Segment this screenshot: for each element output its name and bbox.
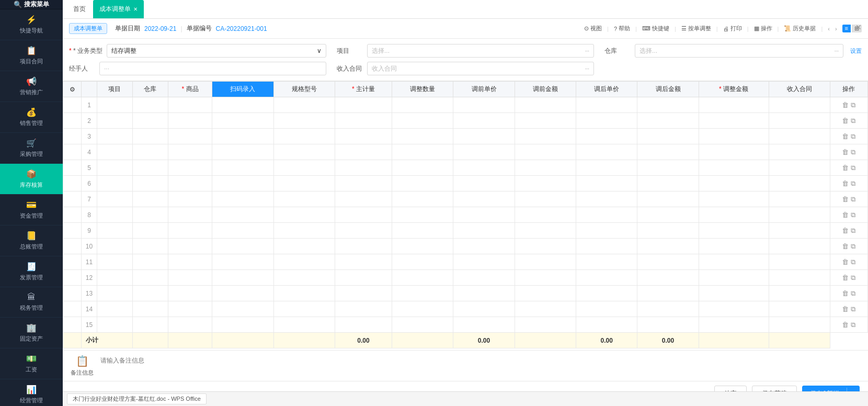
print-action[interactable]: 🖨 打印: [723, 25, 742, 32]
row-income-contract-2[interactable]: [769, 113, 830, 129]
row-prev-amount-4[interactable]: [515, 144, 576, 160]
row-scan-5[interactable]: [212, 160, 273, 176]
project-select[interactable]: 选择... ···: [367, 44, 594, 58]
row-scan-2[interactable]: [212, 113, 273, 129]
row-project-10[interactable]: [97, 239, 133, 254]
row-adj-amount-8[interactable]: [699, 207, 769, 223]
row-scan-14[interactable]: [212, 301, 273, 317]
row-after-unit-price-2[interactable]: [576, 113, 637, 129]
delete-icon-12[interactable]: 🗑: [842, 274, 849, 281]
row-prev-unit-price-15[interactable]: [453, 317, 515, 333]
row-project-15[interactable]: [97, 317, 133, 333]
help-action[interactable]: ? 帮助: [614, 25, 630, 32]
row-product-6[interactable]: [168, 176, 212, 191]
row-warehouse-2[interactable]: [132, 113, 168, 129]
row-after-amount-4[interactable]: [637, 144, 699, 160]
row-prev-unit-price-11[interactable]: [453, 254, 515, 270]
row-project-2[interactable]: [97, 113, 133, 129]
row-income-contract-4[interactable]: [769, 144, 830, 160]
sidebar-item-fixed-assets[interactable]: 🏢固定资产: [0, 318, 63, 348]
delete-icon-13[interactable]: 🗑: [842, 289, 849, 297]
th-scan-input[interactable]: 扫码录入: [212, 82, 273, 97]
row-adj-qty-2[interactable]: [392, 113, 453, 129]
row-unit-14[interactable]: [335, 301, 392, 317]
row-scan-1[interactable]: [212, 97, 273, 113]
row-after-unit-price-15[interactable]: [576, 317, 637, 333]
row-unit-15[interactable]: [335, 317, 392, 333]
copy-icon-12[interactable]: ⧉: [851, 274, 855, 282]
row-prev-unit-price-9[interactable]: [453, 223, 515, 239]
delete-icon-5[interactable]: 🗑: [842, 164, 849, 172]
row-after-amount-9[interactable]: [637, 223, 699, 239]
copy-icon-10[interactable]: ⧉: [851, 242, 855, 251]
row-adj-qty-1[interactable]: [392, 97, 453, 113]
row-prev-amount-8[interactable]: [515, 207, 576, 223]
copy-icon-5[interactable]: ⧉: [851, 164, 855, 172]
row-unit-5[interactable]: [335, 160, 392, 176]
row-adj-amount-2[interactable]: [699, 113, 769, 129]
row-product-12[interactable]: [168, 270, 212, 286]
delete-icon-14[interactable]: 🗑: [842, 305, 849, 313]
row-income-contract-5[interactable]: [769, 160, 830, 176]
sidebar-item-inventory-calc[interactable]: 📦库存核算: [0, 164, 63, 195]
row-adj-amount-6[interactable]: [699, 176, 769, 191]
row-after-unit-price-11[interactable]: [576, 254, 637, 270]
row-prev-unit-price-14[interactable]: [453, 301, 515, 317]
row-after-amount-3[interactable]: [637, 129, 699, 144]
row-prev-amount-3[interactable]: [515, 129, 576, 144]
row-spec-7[interactable]: [273, 191, 335, 207]
delete-icon-10[interactable]: 🗑: [842, 242, 849, 250]
row-spec-10[interactable]: [273, 239, 335, 254]
row-after-unit-price-1[interactable]: [576, 97, 637, 113]
row-adj-amount-3[interactable]: [699, 129, 769, 144]
row-prev-amount-11[interactable]: [515, 254, 576, 270]
copy-icon-8[interactable]: ⧉: [851, 211, 855, 219]
row-adj-amount-14[interactable]: [699, 301, 769, 317]
notes-input[interactable]: [100, 355, 862, 366]
row-adj-amount-10[interactable]: [699, 239, 769, 254]
copy-icon-4[interactable]: ⧉: [851, 148, 855, 156]
row-after-amount-13[interactable]: [637, 286, 699, 301]
row-scan-10[interactable]: [212, 239, 273, 254]
sidebar-item-project-contract[interactable]: 📋项目合同: [0, 40, 63, 71]
row-project-11[interactable]: [97, 254, 133, 270]
view-action[interactable]: ⊙ 视图: [584, 25, 602, 32]
row-warehouse-11[interactable]: [132, 254, 168, 270]
row-product-8[interactable]: [168, 207, 212, 223]
row-after-amount-2[interactable]: [637, 113, 699, 129]
row-after-amount-12[interactable]: [637, 270, 699, 286]
row-after-unit-price-10[interactable]: [576, 239, 637, 254]
row-after-unit-price-14[interactable]: [576, 301, 637, 317]
row-prev-amount-12[interactable]: [515, 270, 576, 286]
row-adj-qty-4[interactable]: [392, 144, 453, 160]
prev-record[interactable]: ‹: [828, 26, 830, 32]
row-prev-unit-price-12[interactable]: [453, 270, 515, 286]
delete-icon-7[interactable]: 🗑: [842, 195, 849, 203]
row-after-amount-1[interactable]: [637, 97, 699, 113]
row-after-unit-price-5[interactable]: [576, 160, 637, 176]
th-settings[interactable]: ⚙: [63, 82, 82, 97]
shortcut-action[interactable]: ⌨ 快捷键: [642, 25, 669, 32]
sidebar-item-payroll[interactable]: 💵工资: [0, 348, 63, 379]
row-unit-11[interactable]: [335, 254, 392, 270]
row-scan-12[interactable]: [212, 270, 273, 286]
copy-icon-14[interactable]: ⧉: [851, 305, 855, 313]
row-product-10[interactable]: [168, 239, 212, 254]
row-scan-9[interactable]: [212, 223, 273, 239]
sidebar-item-sales-promotion[interactable]: 📢营销推广: [0, 71, 63, 102]
row-adj-amount-11[interactable]: [699, 254, 769, 270]
row-scan-6[interactable]: [212, 176, 273, 191]
copy-icon-2[interactable]: ⧉: [851, 117, 855, 125]
row-product-1[interactable]: [168, 97, 212, 113]
row-adj-qty-11[interactable]: [392, 254, 453, 270]
row-after-amount-11[interactable]: [637, 254, 699, 270]
operation-action[interactable]: ▦ 操作: [754, 25, 772, 32]
row-adj-amount-13[interactable]: [699, 286, 769, 301]
row-warehouse-10[interactable]: [132, 239, 168, 254]
row-unit-6[interactable]: [335, 176, 392, 191]
delete-icon-8[interactable]: 🗑: [842, 211, 849, 219]
row-prev-unit-price-4[interactable]: [453, 144, 515, 160]
sidebar-item-invoice-management[interactable]: 🧾发票管理: [0, 256, 63, 287]
delete-icon-2[interactable]: 🗑: [842, 117, 849, 125]
row-prev-amount-7[interactable]: [515, 191, 576, 207]
